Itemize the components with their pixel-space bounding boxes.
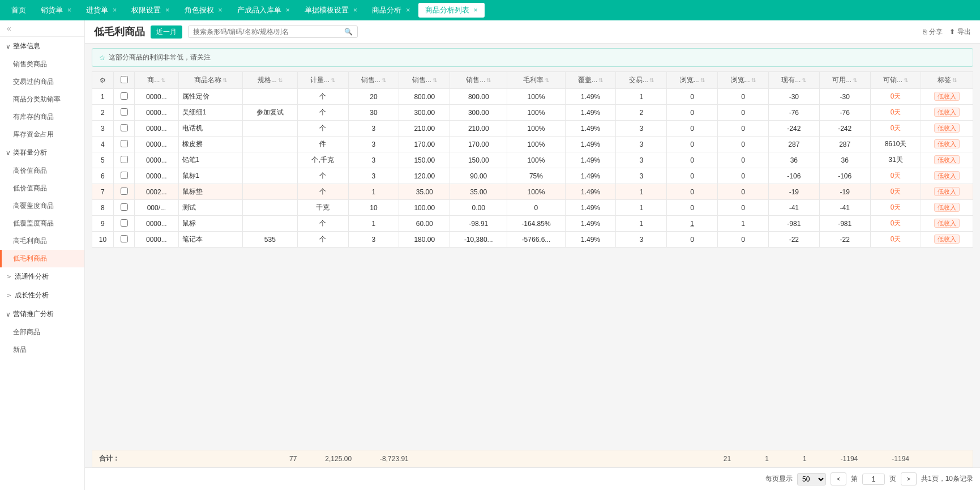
cell-check[interactable] [113, 89, 134, 105]
col-sales1[interactable]: 销售...⇅ [348, 72, 399, 89]
cell-no: 7 [92, 184, 114, 200]
col-cover[interactable]: 覆盖...⇅ [565, 72, 616, 89]
prev-page-btn[interactable]: ＜ [831, 472, 846, 485]
sidebar-group-growth[interactable]: ＞ 成长性分析 [0, 286, 84, 305]
col-tag[interactable]: 标签⇅ [921, 72, 973, 89]
sidebar-item-stocked-products[interactable]: 有库存的商品 [0, 108, 84, 126]
cell-no: 8 [92, 200, 114, 216]
row-checkbox[interactable] [121, 235, 128, 242]
col-trade[interactable]: 交易...⇅ [616, 72, 667, 89]
cell-check[interactable] [113, 232, 134, 248]
cell-browse1[interactable]: 0 [667, 137, 718, 152]
col-spec[interactable]: 规格...⇅ [243, 72, 298, 89]
col-settings[interactable]: ⚙ [92, 72, 114, 89]
sidebar-item-traded-products[interactable]: 交易过的商品 [0, 73, 84, 91]
sidebar-item-low-coverage[interactable]: 低覆盖度商品 [0, 215, 84, 232]
nav-item-products[interactable]: 产成品入库单 × [230, 3, 297, 18]
row-checkbox[interactable] [121, 219, 128, 227]
col-unit[interactable]: 计量...⇅ [297, 72, 348, 89]
cell-check[interactable] [113, 184, 134, 200]
cell-check[interactable] [113, 121, 134, 137]
cell-browse1[interactable]: 0 [667, 105, 718, 121]
col-sales2[interactable]: 销售...⇅ [399, 72, 450, 89]
cell-browse1[interactable]: 0 [667, 89, 718, 105]
col-saleable[interactable]: 可销...⇅ [870, 72, 921, 89]
current-page-input[interactable] [862, 474, 885, 485]
search-input[interactable] [193, 28, 344, 36]
col-browse2[interactable]: 浏览...⇅ [718, 72, 769, 89]
close-roles[interactable]: × [218, 6, 222, 14]
sidebar-item-all-products[interactable]: 全部商品 [0, 323, 84, 341]
nav-item-sales[interactable]: 销货单 × [34, 3, 78, 18]
sidebar-item-category-rate[interactable]: 商品分类助销率 [0, 91, 84, 108]
nav-item-home[interactable]: 首页 [5, 3, 33, 18]
share-button[interactable]: ⎘ 分享 [923, 27, 943, 37]
row-checkbox[interactable] [121, 140, 128, 147]
sidebar-group-marketing[interactable]: ∨ 营销推广分析 [0, 305, 84, 323]
cell-check[interactable] [113, 216, 134, 232]
cell-check[interactable] [113, 137, 134, 152]
row-checkbox[interactable] [121, 124, 128, 131]
sidebar-group-overall[interactable]: ∨ 整体信息 [0, 37, 84, 56]
nav-item-roles[interactable]: 角色授权 × [178, 3, 229, 18]
sidebar-item-sales-products[interactable]: 销售类商品 [0, 56, 84, 73]
row-checkbox[interactable] [121, 108, 128, 116]
cell-browse1[interactable]: 0 [667, 121, 718, 137]
cell-browse1[interactable]: 0 [667, 168, 718, 184]
close-analysis[interactable]: × [406, 6, 410, 14]
nav-item-analysis-list[interactable]: 商品分析列表 × [418, 3, 485, 18]
page-title: 低毛利商品 [94, 25, 145, 39]
next-page-btn[interactable]: ＞ [901, 472, 917, 485]
close-permissions[interactable]: × [165, 6, 170, 14]
row-checkbox[interactable] [121, 203, 128, 211]
cell-check[interactable] [113, 105, 134, 121]
nav-item-purchase[interactable]: 进货单 × [79, 3, 123, 18]
close-sales[interactable]: × [67, 6, 72, 14]
close-templates[interactable]: × [353, 6, 358, 14]
col-gross[interactable]: 毛利率⇅ [507, 72, 565, 89]
close-products[interactable]: × [286, 6, 290, 14]
col-avail[interactable]: 可用...⇅ [819, 72, 870, 89]
filter-recent-month-btn[interactable]: 近一月 [151, 25, 182, 39]
cell-check[interactable] [113, 152, 134, 168]
row-checkbox[interactable] [121, 172, 128, 179]
close-analysis-list[interactable]: × [473, 6, 478, 14]
cell-trade: 2 [616, 105, 667, 121]
close-purchase[interactable]: × [113, 6, 117, 14]
sidebar-group-cluster[interactable]: ∨ 类群量分析 [0, 143, 84, 162]
sidebar-collapse-btn[interactable]: « [5, 24, 14, 33]
sidebar-item-stock-capital[interactable]: 库存资金占用 [0, 126, 84, 143]
select-all-checkbox[interactable] [121, 76, 128, 83]
sidebar-item-low-value[interactable]: 低价值商品 [0, 180, 84, 197]
cell-browse1[interactable]: 0 [667, 152, 718, 168]
export-button[interactable]: ⬆ 导出 [949, 27, 971, 37]
cell-browse1[interactable]: 0 [667, 200, 718, 216]
col-browse1[interactable]: 浏览...⇅ [667, 72, 718, 89]
cell-check[interactable] [113, 200, 134, 216]
sidebar-item-new-products[interactable]: 新品 [0, 341, 84, 359]
cell-sales2: 60.00 [399, 216, 450, 232]
nav-item-permissions[interactable]: 权限设置 × [125, 3, 176, 18]
col-checkbox[interactable] [113, 72, 134, 89]
sidebar-item-high-value[interactable]: 高价值商品 [0, 162, 84, 180]
cell-check[interactable] [113, 168, 134, 184]
search-icon[interactable]: 🔍 [344, 28, 353, 36]
sidebar-item-low-profit[interactable]: 低毛利商品 [0, 250, 84, 267]
row-checkbox[interactable] [121, 156, 128, 163]
cell-browse1[interactable]: 1 [667, 216, 718, 232]
cell-browse1[interactable]: 0 [667, 232, 718, 248]
per-page-select[interactable]: 50 100 200 [797, 473, 826, 485]
sidebar-group-flow[interactable]: ＞ 流通性分析 [0, 267, 84, 286]
sidebar-item-high-profit[interactable]: 高毛利商品 [0, 232, 84, 250]
col-code[interactable]: 商...⇅ [135, 72, 178, 89]
row-checkbox[interactable] [121, 188, 128, 195]
col-name[interactable]: 商品名称⇅ [178, 72, 243, 89]
col-stock[interactable]: 现有...⇅ [768, 72, 819, 89]
sidebar-item-high-coverage[interactable]: 高覆盖度商品 [0, 197, 84, 215]
col-sales3[interactable]: 销售...⇅ [450, 72, 507, 89]
nav-item-analysis[interactable]: 商品分析 × [365, 3, 417, 18]
data-table: ⚙ 商...⇅ 商品名称⇅ 规格...⇅ 计量...⇅ 销售...⇅ 销售...… [92, 71, 973, 248]
nav-item-templates[interactable]: 单据模板设置 × [298, 3, 364, 18]
cell-browse1[interactable]: 0 [667, 184, 718, 200]
row-checkbox[interactable] [121, 92, 128, 100]
